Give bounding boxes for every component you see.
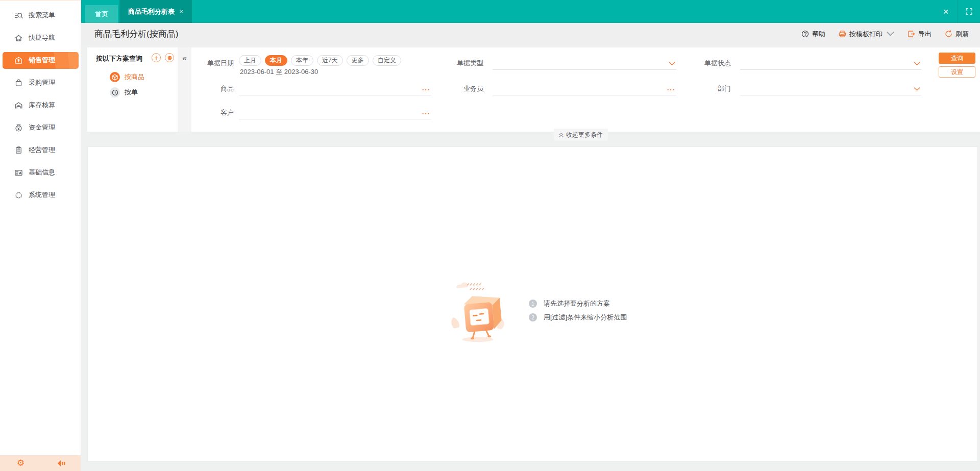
doc-type-input[interactable] [493,57,676,70]
id-card-icon [14,168,23,177]
clipboard-icon [14,146,23,155]
header-actions: 帮助 按模板打印 导出 刷新 [801,23,969,45]
home-icon [14,34,23,42]
sales-icon [14,56,23,65]
scheme-item-label: 按商品 [125,72,144,82]
collapse-left-icon[interactable]: « [178,54,191,62]
sidebar-item-label: 基础信息 [29,168,55,177]
tab-label: 商品毛利分析表 [128,7,175,16]
preset-this-month[interactable]: 本月 [265,55,287,66]
query-button[interactable]: 查询 [939,53,975,64]
print-label: 按模板打印 [849,30,883,39]
tab-home[interactable]: 首页 [85,5,118,23]
product-input[interactable]: ··· [239,82,431,95]
cube-icon [110,72,120,82]
tab-product-gross-profit[interactable]: 商品毛利分析表 × [119,0,192,23]
sidebar-item-inventory[interactable]: 库存核算 [0,94,81,116]
add-scheme-button[interactable]: + [152,53,161,62]
step-2: 2 用[过滤]条件来缩小分析范围 [529,313,627,322]
help-button[interactable]: 帮助 [801,30,825,39]
filter-panel: 单据日期 上月 本月 本年 近7天 更多 自定义 2023-06-01 至 20… [191,47,980,132]
scheme-item-label: 按单 [125,88,138,97]
sidebar-item-base-info[interactable]: 基础信息 [0,161,81,184]
plus-icon: + [154,54,158,61]
step-1: 1 请先选择要分析的方案 [529,299,627,308]
salesman-label: 业务员 [436,84,483,93]
scheme-panel: 按以下方案查询 + 按商品 按单 [87,47,178,132]
doc-status-label: 单据状态 [689,59,731,68]
help-label: 帮助 [812,30,825,39]
voice-icon[interactable] [56,460,66,467]
settings-button[interactable]: 设置 [939,66,975,78]
department-label: 部门 [689,84,731,93]
salesman-input[interactable]: ··· [493,82,676,95]
scheme-item-by-product[interactable]: 按商品 [110,72,144,82]
preset-last-month[interactable]: 上月 [239,55,261,66]
sidebar-footer: ⚙ [0,455,81,471]
window-close-button[interactable]: × [935,0,957,23]
empty-state-illustration [445,279,510,345]
sidebar-item-quick-nav[interactable]: 快捷导航 [0,27,81,49]
sidebar-item-search-menu[interactable]: 搜索菜单 [0,4,81,27]
step-number-badge: 1 [529,300,537,308]
chevron-down-icon[interactable] [887,30,894,38]
sidebar-item-system[interactable]: 系统管理 [0,184,81,206]
collapse-label: 收起更多条件 [566,131,603,139]
search-menu-icon [14,11,23,20]
empty-state-steps: 1 请先选择要分析的方案 2 用[过滤]条件来缩小分析范围 [529,299,627,322]
refresh-label: 刷新 [955,30,969,39]
doc-status-input[interactable] [740,57,921,70]
tabs: 首页 商品毛利分析表 × [85,0,192,23]
top-tab-bar: 首页 商品毛利分析表 × × [81,0,980,23]
date-range-value[interactable]: 2023-06-01 至 2023-06-30 [240,67,318,77]
sidebar-item-label: 采购管理 [29,78,55,87]
gear-icon[interactable]: ⚙ [17,459,24,467]
sidebar-item-sales[interactable]: 销售管理 [3,52,79,69]
tab-label: 首页 [95,10,108,19]
department-input[interactable] [740,82,921,95]
preset-more[interactable]: 更多 [347,55,369,66]
sidebar-item-label: 资金管理 [29,123,55,132]
refresh-button[interactable]: 刷新 [945,30,969,39]
chevron-up-double-icon [559,133,564,137]
preset-last-7-days[interactable]: 近7天 [317,55,343,66]
sidebar-item-operations[interactable]: 经营管理 [0,139,81,161]
money-bag-icon [14,123,23,132]
sidebar-item-label: 系统管理 [29,190,55,200]
sidebar-item-funds[interactable]: 资金管理 [0,116,81,139]
scheme-item-by-order[interactable]: 按单 [110,87,138,97]
sidebar-item-purchase[interactable]: 采购管理 [0,71,81,94]
customer-input[interactable]: ··· [239,106,431,119]
date-separator: 至 [276,68,282,76]
scheme-settings-button[interactable] [165,53,174,62]
page-header: 商品毛利分析(按商品) 帮助 按模板打印 导出 刷新 [81,23,980,45]
export-label: 导出 [918,30,932,39]
ellipsis-icon[interactable]: ··· [667,86,675,93]
chevron-down-icon[interactable] [914,59,920,67]
export-icon [908,30,915,38]
date-filter-label: 单据日期 [197,59,234,68]
ellipsis-icon[interactable]: ··· [422,86,430,93]
preset-custom[interactable]: 自定义 [373,55,401,66]
sidebar: 搜索菜单 快捷导航 销售管理 采购管理 库存核算 资金管理 [0,0,81,471]
ellipsis-icon[interactable]: ··· [422,110,430,117]
preset-this-year[interactable]: 本年 [291,55,313,66]
customer-label: 客户 [197,108,234,117]
close-icon: × [943,6,948,17]
sidebar-item-label: 快捷导航 [29,33,55,42]
chevron-down-icon[interactable] [914,85,920,93]
scheme-collapse-strip: « [178,47,191,132]
page-title: 商品毛利分析(按商品) [94,28,178,40]
printer-icon [839,30,846,38]
tab-close-icon[interactable]: × [179,8,183,15]
print-by-template-button[interactable]: 按模板打印 [839,30,894,39]
clock-icon [110,87,120,97]
export-button[interactable]: 导出 [908,30,932,39]
refresh-icon [945,30,952,38]
scheme-panel-header: 按以下方案查询 + [96,54,142,63]
chevron-down-icon[interactable] [669,59,675,67]
doc-type-label: 单据类型 [436,59,483,68]
collapse-more-conditions[interactable]: 收起更多条件 [554,129,608,141]
fullscreen-button[interactable] [958,0,980,23]
window-controls: × [935,0,980,23]
